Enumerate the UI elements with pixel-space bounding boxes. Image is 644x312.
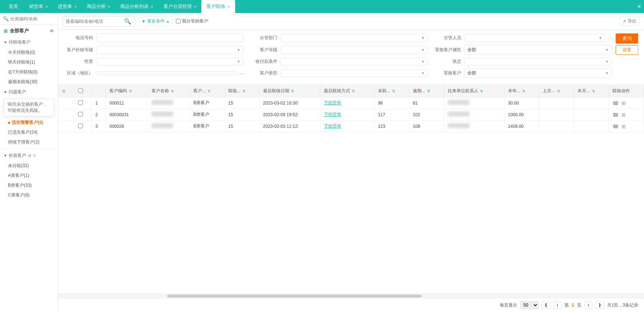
edit-icon[interactable]: ✎ (33, 153, 36, 158)
more-conditions-button[interactable]: ▼ 更多条件 ▲ (138, 16, 173, 26)
close-analysis-tab[interactable]: × (108, 4, 110, 9)
first-page-button[interactable]: ⟪ (542, 301, 551, 309)
contact-method-link[interactable]: 下销货单 (324, 100, 341, 105)
close-customer-contact-tab[interactable]: × (228, 4, 230, 9)
my-customers-checkbox-label[interactable]: 我分管的客户 (176, 18, 208, 24)
horizontal-scrollbar[interactable] (58, 293, 644, 298)
cell-last-contact-method[interactable]: 下销货单 (320, 97, 374, 109)
window-close-button[interactable]: × (637, 3, 641, 11)
sidebar-item-7day-pending[interactable]: 近7天待联络(0) (0, 67, 58, 77)
sidebar-item-today-pending[interactable]: 今天待联络(0) (0, 48, 58, 57)
sidebar-item-tomorrow-pending[interactable]: 明天待联络(1) (0, 57, 58, 67)
retail-customer-select[interactable]: 全部 ▼ (464, 68, 612, 78)
tab-home[interactable]: 首页 (3, 0, 24, 13)
sidebar-group-value[interactable]: ▼ 价值客户 ↺ ✎ (0, 150, 58, 161)
more-action-icon[interactable]: ⊞ (621, 123, 626, 129)
customer-level-select[interactable]: ▼ (280, 46, 428, 54)
refresh-icon[interactable]: ↺ (28, 153, 31, 158)
my-customers-checkbox[interactable] (176, 19, 181, 24)
col-type[interactable]: 客户... ⇅ (190, 85, 225, 97)
column-settings-icon[interactable]: ⚙ (62, 89, 66, 94)
tab-sales[interactable]: 销货单 × (24, 0, 53, 13)
table-body: 1 000011 B类客户 15 2023-03-02 10:30: 下销货单 … (58, 97, 644, 132)
nature-select[interactable]: ▼ (96, 58, 244, 65)
cell-last-contact-method[interactable]: 下销货单 (320, 109, 374, 121)
row-checkbox[interactable] (78, 100, 83, 105)
contact-icon[interactable]: ☎ (612, 123, 619, 129)
next-page-button[interactable]: › (584, 301, 592, 309)
contact-icon[interactable]: ☎ (612, 100, 619, 106)
sidebar-item-type-b[interactable]: B类客户(33) (0, 181, 58, 190)
payment-select[interactable]: ▼ (280, 58, 428, 65)
cell-contact: 15 (224, 109, 259, 121)
select-all-checkbox[interactable] (78, 88, 83, 93)
sidebar-item-ungrouped[interactable]: 未分组(32) (0, 161, 58, 171)
tab-analysis[interactable]: 商品分析 × (82, 0, 115, 13)
region-select[interactable] (96, 72, 237, 75)
manager-select[interactable]: ▼ (464, 34, 605, 42)
row-checkbox[interactable] (78, 112, 83, 117)
phone-input[interactable] (96, 33, 244, 42)
close-purchase-tab[interactable]: × (74, 4, 76, 9)
manager-more-button[interactable]: ··· (608, 35, 612, 40)
filter-row-1: 电话号码 分管部门 ▼ 分管人员 (64, 33, 612, 42)
content-area: 🔍 ▼ 更多条件 ▲ 我分管的客户 ↗ 导出 (58, 13, 644, 312)
sidebar-group-problem[interactable]: ▼ 问题客户 (0, 87, 58, 97)
prev-page-button[interactable]: ‹ (554, 301, 562, 309)
sidebar-item-overdue-uncontacted[interactable]: 逾期未联络(30) (0, 77, 58, 87)
manager-chevron-down-icon: ▼ (599, 36, 602, 40)
sidebar-item-lost[interactable]: 已流失客户(24) (0, 127, 58, 137)
sidebar-search-input[interactable] (10, 16, 55, 21)
cell-contact: 15 (224, 97, 259, 109)
tab-purchase[interactable]: 进货单 × (53, 0, 81, 13)
export-button[interactable]: ↗ 导出 (619, 16, 640, 26)
col-this-month[interactable]: 本月... ⇅ (574, 85, 609, 97)
col-last-month[interactable]: 上月... ⇅ (539, 85, 574, 97)
more-action-icon[interactable]: ⊞ (621, 100, 626, 106)
col-name[interactable]: 客户名称 ⇅ (148, 85, 189, 97)
tab-analysis-list[interactable]: 商品分析列表 × (115, 0, 158, 13)
col-overdue[interactable]: 逾期... ⇅ (409, 85, 444, 97)
price-level-select[interactable]: ▼ (96, 46, 244, 54)
cell-code: 00030031 (106, 109, 148, 121)
cell-last-contact-method[interactable]: 下销货单 (320, 121, 374, 132)
close-customer-segment-tab[interactable]: × (194, 4, 196, 9)
sidebar-item-at-risk[interactable]: 流失预警客户(3) (0, 118, 58, 127)
col-this-year[interactable]: 本年... ⇅ (504, 85, 539, 97)
tab-customer-contact[interactable]: 客户联络 × (201, 0, 235, 13)
tab-customer-segment[interactable]: 客户分层经营 × (158, 0, 201, 13)
col-settings[interactable]: ⚙ (58, 85, 74, 97)
contact-method-link[interactable]: 下销货单 (324, 112, 341, 117)
close-analysis-list-tab[interactable]: × (151, 4, 153, 9)
status-select[interactable]: ▼ (464, 58, 612, 65)
col-code[interactable]: 客户编码 ⇅ (106, 85, 148, 97)
col-contact[interactable]: 联络... ⇅ (224, 85, 259, 97)
page-size-select[interactable]: 50 100 (520, 301, 539, 309)
sidebar-item-type-a[interactable]: A类客户(1) (0, 171, 58, 181)
close-sales-tab[interactable]: × (45, 4, 48, 9)
query-button[interactable]: 查询 (616, 33, 638, 44)
sidebar-all-customers[interactable]: ⊞ 全部客户 ≪ (0, 25, 58, 37)
search-input[interactable] (66, 19, 124, 24)
last-page-button[interactable]: ⟫ (595, 301, 604, 309)
col-last-contact-date[interactable]: 最后联络日期 ⇅ (259, 85, 320, 97)
cell-last-month (539, 97, 574, 109)
sidebar-item-type-c[interactable]: C类客户(6) (0, 190, 58, 200)
col-last-contact-method[interactable]: 最后联络方式 ⇅ (320, 85, 374, 97)
col-uncontacted[interactable]: 未联... ⇅ (374, 85, 409, 97)
sidebar-group-pending[interactable]: ▼ 待联络客户 (0, 37, 58, 48)
contact-icon[interactable]: ☎ (612, 112, 619, 118)
sidebar-item-declining[interactable]: 持续下滑客户(2) (0, 137, 58, 147)
region-more-button[interactable]: ··· (240, 71, 244, 76)
customer-type-select[interactable]: ▼ (280, 69, 428, 77)
contact-method-link[interactable]: 下销货单 (324, 123, 341, 129)
dept-select[interactable]: ▼ (280, 34, 428, 42)
retail-attr-select[interactable]: 全部 ▼ (464, 45, 612, 55)
more-action-icon[interactable]: ⊞ (621, 112, 626, 118)
row-checkbox[interactable] (78, 123, 83, 128)
search-button[interactable]: 🔍 (124, 18, 131, 25)
scroll-thumb[interactable] (167, 295, 422, 297)
customer-type-label: 客户类型 (248, 70, 277, 76)
settings-button[interactable]: 设置 (616, 45, 638, 55)
col-unit-contact[interactable]: 往来单位联系人 ⇅ (444, 85, 504, 97)
